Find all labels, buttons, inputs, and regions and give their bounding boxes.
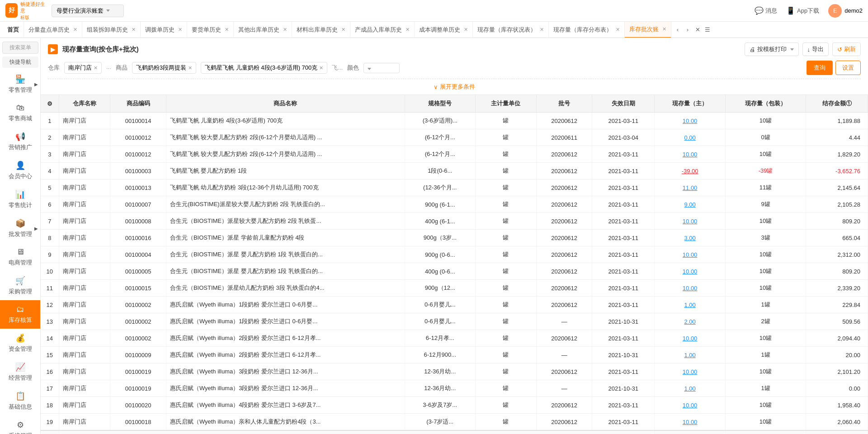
logo-icon: 好 (5, 3, 18, 18)
row-code: 00100002 (110, 313, 166, 330)
tab-batch-voucher[interactable]: 库存批次账 ✕ (625, 22, 671, 38)
sidebar-item-inventory-check[interactable]: 🗂 库存核算 (0, 300, 41, 329)
tab-transfer[interactable]: 调拨单历史 ✕ (141, 22, 187, 38)
row-qty-main[interactable]: 10.00 (655, 397, 726, 414)
row-qty-main[interactable]: 10.00 (655, 213, 726, 230)
tab-stock-status[interactable]: 现存量（库存状况表） ✕ (473, 22, 549, 38)
row-spec: 6-12月900... (405, 347, 475, 363)
tab-close-material-out[interactable]: ✕ (341, 27, 345, 33)
row-qty-main[interactable]: 10.00 (655, 363, 726, 380)
warehouse-filter[interactable]: 南岸门店 ✕ (64, 62, 102, 74)
product-filter-tag1[interactable]: 飞鹤奶粉3段两提装 ✕ (132, 62, 196, 74)
sidebar-item-ecommerce-mgmt[interactable]: 🖥 电商管理 (0, 243, 41, 271)
expand-conditions-btn[interactable]: ∨ 展开更多条件 (434, 81, 475, 93)
row-qty-main[interactable]: 1.00 (655, 297, 726, 313)
warehouse-more-icon[interactable]: ··· (106, 65, 111, 71)
sidebar-item-retail-mgmt[interactable]: 🏪 零售管理 ▶ (0, 70, 41, 99)
row-qty-main[interactable]: 10.00 (655, 263, 726, 280)
app-download-btn[interactable]: 📱 App下载 (786, 6, 819, 15)
row-qty-main[interactable]: 10.00 (655, 414, 726, 431)
row-qty-main[interactable]: 10.00 (655, 246, 726, 263)
row-qty-main[interactable]: 1.00 (655, 380, 726, 397)
sidebar-item-operations-mgmt[interactable]: 📈 经营管理 (0, 358, 41, 387)
tab-close-disassemble[interactable]: ✕ (132, 27, 136, 33)
row-qty-main[interactable]: 11.00 (655, 179, 726, 196)
sidebar-item-member-center[interactable]: 👤 会员中心 (0, 156, 41, 185)
sidebar-item-marketing[interactable]: 📢 营销推广 (0, 127, 41, 156)
filter-expand-toggle[interactable]: ▶ (48, 44, 58, 54)
messages-btn[interactable]: 💬 消息 (755, 6, 777, 15)
row-batch: 20200612 (536, 213, 592, 230)
product-tag1-close[interactable]: ✕ (188, 65, 192, 71)
row-expire: 2021-10-31 (592, 313, 655, 330)
tab-home[interactable]: 首页 (3, 22, 24, 38)
row-qty-main[interactable]: 9.00 (655, 196, 726, 213)
tab-stock-dist[interactable]: 现存量（库存分布表） ✕ (549, 22, 625, 38)
color-filter[interactable] (363, 63, 400, 73)
row-unit: 罐 (475, 146, 536, 163)
col-settings[interactable]: ⚙ (41, 95, 59, 113)
sidebar-item-retail-shop[interactable]: 🛍 零售商城 (0, 99, 41, 127)
tab-close-batch-voucher[interactable]: ✕ (662, 26, 666, 32)
sidebar-item-finance-mgmt[interactable]: 💰 资金管理 (0, 329, 41, 358)
sidebar-item-basic-info[interactable]: 📋 基础信息 (0, 387, 41, 415)
row-batch: 20200612 (536, 330, 592, 347)
row-expire: 2021-03-11 (592, 163, 655, 179)
row-qty-main[interactable]: 10.00 (655, 146, 726, 163)
user-area[interactable]: E demo2 (828, 4, 863, 18)
tab-close-transfer[interactable]: ✕ (178, 27, 182, 33)
row-unit: 罐 (475, 230, 536, 246)
row-qty-main[interactable]: 10.00 (655, 280, 726, 297)
tab-close-stock-dist[interactable]: ✕ (616, 27, 620, 33)
logo-text: 畅捷通好生意标版 (20, 1, 46, 20)
tab-menu-btn[interactable]: ☰ (703, 25, 712, 34)
industry-selector[interactable]: 母婴行业演示账套 (52, 5, 124, 17)
export-btn[interactable]: ↓ 导出 (802, 42, 829, 56)
sidebar-quick-nav[interactable]: 快捷导航 (2, 57, 38, 68)
marketing-icon: 📢 (15, 132, 25, 142)
query-btn[interactable]: 查询 (807, 61, 833, 75)
tab-disassemble[interactable]: 组装拆卸单历史 ✕ (82, 22, 141, 38)
tab-other-out[interactable]: 其他出库单历史 ✕ (234, 22, 292, 38)
tab-next-btn[interactable]: › (683, 25, 692, 34)
tab-product-in[interactable]: 产成品入库单历史 ✕ (350, 22, 415, 38)
tab-prev-btn[interactable]: ‹ (673, 25, 682, 34)
tab-requisition[interactable]: 要货单历史 ✕ (187, 22, 234, 38)
row-qty-main[interactable]: -39.00 (655, 163, 726, 179)
system-icon: ⚙ (17, 420, 24, 430)
tab-split-inventory[interactable]: 分量盘点单历史 ✕ (24, 22, 82, 38)
row-qty-main[interactable]: 2.00 (655, 313, 726, 330)
row-qty-main[interactable]: 10.00 (655, 330, 726, 347)
table-row: 2 南岸门店 00100012 飞鹤星飞帆 较大婴儿配方奶粉 2段(6-12个月… (41, 129, 868, 146)
tab-close-cost-adjust[interactable]: ✕ (464, 27, 468, 33)
row-qty-main[interactable]: 0.00 (655, 129, 726, 146)
row-amount: 4.44 (806, 129, 868, 146)
sidebar-item-retail-stats[interactable]: 📊 零售统计 (0, 185, 41, 214)
tab-close-stock-status[interactable]: ✕ (540, 27, 544, 33)
row-qty-main[interactable]: 1.00 (655, 347, 726, 363)
warehouse-close-icon[interactable]: ✕ (94, 65, 98, 71)
product-more-icon[interactable]: 飞... (332, 64, 343, 72)
row-qty-main[interactable]: 10.00 (655, 113, 726, 129)
tab-close-requisition[interactable]: ✕ (225, 27, 229, 33)
shop-icon: 🛍 (16, 103, 24, 113)
row-qty-pack: 9罐 (725, 196, 806, 213)
tab-close-all-btn[interactable]: ✕ (693, 25, 702, 34)
tab-close-split[interactable]: ✕ (73, 27, 77, 33)
row-unit: 罐 (475, 313, 536, 330)
row-name: 合生元（BIOSTIME）派星较大婴儿配方奶粉 2段 乳铁蛋... (166, 213, 405, 230)
tab-close-product-in[interactable]: ✕ (406, 27, 410, 33)
product-filter-tag2[interactable]: 飞鹤星飞帆 儿童奶粉 4段(3-6岁适用) 700克 ✕ (201, 62, 327, 74)
refresh-btn[interactable]: ↺ 刷新 (832, 42, 861, 56)
sidebar-item-wholesale-mgmt[interactable]: 📦 批发管理 ▶ (0, 214, 41, 243)
tab-material-out[interactable]: 材料出库单历史 ✕ (292, 22, 350, 38)
tab-cost-adjust[interactable]: 成本调整单历史 ✕ (415, 22, 473, 38)
template-print-btn[interactable]: 🖨 按模板打印 (745, 42, 799, 56)
sidebar-item-system-mgmt[interactable]: ⚙ 系统管理 (0, 415, 41, 434)
row-qty-main[interactable]: 3.00 (655, 230, 726, 246)
sidebar-search[interactable]: 搜索菜单 (2, 42, 38, 54)
product-tag2-close[interactable]: ✕ (319, 65, 323, 71)
sidebar-item-purchase-mgmt[interactable]: 🛒 采购管理 (0, 271, 41, 300)
tab-close-other-out[interactable]: ✕ (283, 27, 287, 33)
setting-btn[interactable]: 设置 (835, 61, 861, 75)
